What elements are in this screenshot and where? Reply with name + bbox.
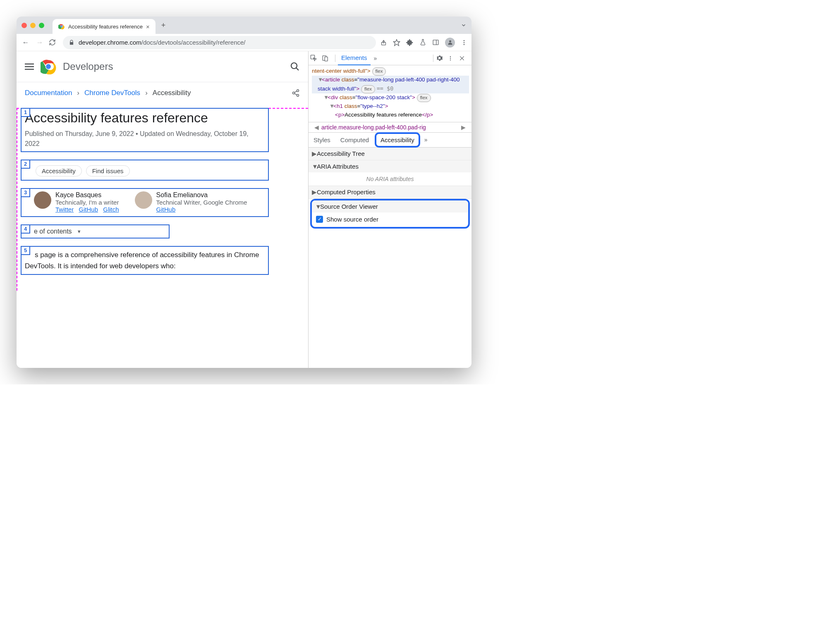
publish-date: Published on Thursday, June 9, 2022 • Up… bbox=[22, 126, 268, 149]
author-twitter-link[interactable]: Twitter bbox=[55, 206, 74, 213]
browser-tab[interactable]: Accessibility features reference × bbox=[53, 19, 156, 34]
forward-button[interactable]: → bbox=[35, 38, 45, 47]
computed-tab[interactable]: Computed bbox=[336, 134, 373, 146]
breadcrumb-current: Accessibility bbox=[153, 89, 191, 97]
inspect-icon[interactable] bbox=[310, 55, 321, 62]
tag-accessibility[interactable]: Accessibility bbox=[36, 165, 82, 177]
tab-title: Accessibility features reference bbox=[68, 24, 143, 30]
section-toggle[interactable]: ▼Source Order Viewer bbox=[312, 200, 468, 212]
author-links: Twitter GitHub Glitch bbox=[55, 206, 122, 213]
profile-avatar[interactable] bbox=[445, 38, 455, 48]
minimize-window-button[interactable] bbox=[30, 23, 36, 28]
elements-tab[interactable]: Elements bbox=[338, 51, 371, 65]
source-order-region-1: 1 Accessibility features reference Publi… bbox=[21, 108, 269, 152]
url-text: developer.chrome.com/docs/devtools/acces… bbox=[79, 39, 246, 46]
source-order-region-4[interactable]: 4 e of contents ▼ bbox=[21, 224, 170, 239]
svg-rect-12 bbox=[25, 64, 34, 64]
hamburger-menu[interactable] bbox=[25, 62, 34, 71]
accessibility-tree-section: ▶Accessibility Tree bbox=[309, 148, 471, 160]
svg-point-20 bbox=[297, 90, 299, 92]
svg-rect-13 bbox=[25, 66, 34, 67]
back-button[interactable]: ← bbox=[21, 38, 31, 47]
toolbar-actions bbox=[380, 38, 467, 48]
more-tabs-icon[interactable]: » bbox=[422, 136, 430, 143]
author-avatar bbox=[135, 191, 152, 209]
svg-marker-5 bbox=[394, 39, 400, 45]
source-order-badge: 2 bbox=[21, 160, 30, 169]
section-toggle[interactable]: ▶Accessibility Tree bbox=[309, 148, 471, 160]
reload-button[interactable] bbox=[49, 39, 59, 46]
svg-line-24 bbox=[294, 93, 297, 95]
toc-label: e of contents bbox=[34, 228, 72, 235]
styles-pane-tabs: Styles Computed Accessibility » bbox=[309, 133, 471, 148]
breadcrumb-prev-icon[interactable]: ◀ bbox=[312, 124, 321, 131]
svg-point-9 bbox=[464, 40, 465, 41]
page-title: Accessibility features reference bbox=[22, 110, 268, 126]
svg-line-23 bbox=[294, 91, 297, 92]
more-tabs-icon[interactable]: » bbox=[371, 55, 380, 62]
author-github-link[interactable]: GitHub bbox=[79, 206, 98, 213]
kebab-menu-icon[interactable] bbox=[448, 55, 458, 61]
site-header: Developers bbox=[17, 51, 308, 82]
show-source-order-row[interactable]: ✓ Show source order bbox=[312, 212, 468, 227]
source-order-badge: 3 bbox=[21, 188, 30, 197]
chevron-right-icon: › bbox=[145, 89, 148, 97]
labs-icon[interactable] bbox=[419, 39, 426, 46]
tag-find-issues[interactable]: Find issues bbox=[86, 165, 130, 177]
dom-node[interactable]: ▼<div class="flow-space-200 stack"> flex bbox=[312, 93, 469, 102]
address-bar[interactable]: developer.chrome.com/docs/devtools/acces… bbox=[63, 36, 376, 49]
intro-text: s page is a comprehensive reference of a… bbox=[25, 251, 259, 270]
checkbox-checked-icon[interactable]: ✓ bbox=[316, 216, 323, 223]
source-order-badge: 5 bbox=[21, 246, 30, 255]
maximize-window-button[interactable] bbox=[39, 23, 44, 28]
tab-list-button[interactable] bbox=[461, 22, 467, 28]
close-window-button[interactable] bbox=[22, 23, 27, 28]
svg-rect-6 bbox=[433, 40, 438, 45]
svg-point-18 bbox=[291, 63, 297, 69]
device-toggle-icon[interactable] bbox=[322, 55, 333, 62]
bookmark-icon[interactable] bbox=[393, 39, 400, 46]
dom-tree[interactable]: ntent-center width-full"> flex ▼<article… bbox=[309, 65, 471, 122]
source-order-viewer-section: ▼Source Order Viewer ✓ Show source order bbox=[310, 199, 470, 229]
devtools-panel: Elements » ntent-center width-full"> fle… bbox=[308, 51, 471, 368]
flex-badge[interactable]: flex bbox=[372, 67, 386, 76]
dom-node[interactable]: ▼<h1 class="type--h2"> bbox=[312, 102, 469, 111]
settings-icon[interactable] bbox=[436, 55, 447, 62]
new-tab-button[interactable]: + bbox=[161, 21, 166, 30]
styles-tab[interactable]: Styles bbox=[309, 134, 335, 146]
webpage: Developers Documentation › Chrome DevToo… bbox=[17, 51, 308, 368]
author-name: Kayce Basques bbox=[55, 191, 122, 199]
dom-node-selected[interactable]: ▼<article class="measure-long pad-left-4… bbox=[312, 76, 469, 93]
author-glitch-link[interactable]: Glitch bbox=[103, 206, 119, 213]
tab-close-button[interactable]: × bbox=[146, 23, 150, 30]
sidepanel-icon[interactable] bbox=[432, 39, 439, 46]
dom-node[interactable]: <p>Accessibility features reference</p> bbox=[312, 111, 469, 119]
share-icon[interactable] bbox=[380, 39, 387, 46]
flex-badge[interactable]: flex bbox=[417, 94, 431, 102]
dom-breadcrumb[interactable]: ◀ article.measure-long.pad-left-400.pad-… bbox=[309, 122, 471, 133]
author-github-link[interactable]: GitHub bbox=[156, 206, 176, 213]
extensions-icon[interactable] bbox=[406, 39, 414, 46]
tab-strip: Accessibility features reference × + bbox=[17, 17, 471, 34]
chevron-right-icon: › bbox=[77, 89, 79, 97]
flex-badge[interactable]: flex bbox=[361, 85, 375, 93]
accessibility-tab[interactable]: Accessibility bbox=[375, 132, 420, 148]
breadcrumb-chrome-devtools[interactable]: Chrome DevTools bbox=[84, 89, 140, 97]
section-toggle[interactable]: ▶Computed Properties bbox=[309, 186, 471, 198]
svg-point-29 bbox=[450, 57, 451, 58]
breadcrumb: Documentation › Chrome DevTools › Access… bbox=[17, 82, 308, 104]
close-devtools-icon[interactable] bbox=[459, 55, 470, 61]
menu-icon[interactable] bbox=[461, 39, 467, 46]
author-name: Sofia Emelianova bbox=[156, 191, 247, 199]
svg-point-17 bbox=[46, 64, 51, 69]
svg-point-21 bbox=[293, 92, 295, 94]
source-order-badge: 1 bbox=[21, 108, 30, 117]
breadcrumb-next-icon[interactable]: ▶ bbox=[459, 124, 468, 131]
breadcrumb-documentation[interactable]: Documentation bbox=[25, 89, 72, 97]
share-icon[interactable] bbox=[292, 89, 300, 97]
window-controls bbox=[22, 23, 44, 28]
section-toggle[interactable]: ▼ARIA Attributes bbox=[309, 160, 471, 172]
search-icon[interactable] bbox=[290, 62, 300, 72]
caret-down-icon: ▼ bbox=[77, 229, 81, 234]
author-role: Technically, I'm a writer bbox=[55, 199, 122, 206]
